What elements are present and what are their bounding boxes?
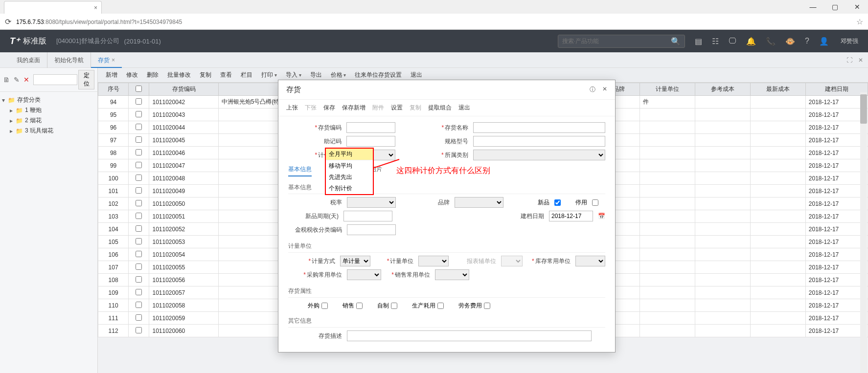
- maximize-button[interactable]: ▢: [824, 0, 846, 14]
- saleunit-select[interactable]: [435, 269, 469, 280]
- dropdown-option[interactable]: 个别计价: [326, 183, 373, 194]
- row-checkbox[interactable]: [136, 136, 142, 143]
- col-checkbox[interactable]: [129, 83, 149, 96]
- help-icon[interactable]: ⓘ: [590, 86, 595, 94]
- browser-tab[interactable]: ×: [4, 1, 102, 14]
- tb-add[interactable]: 新增: [106, 71, 117, 79]
- row-checkbox[interactable]: [136, 225, 142, 232]
- chk-prodcons[interactable]: 生产耗用: [412, 302, 444, 310]
- spec-input[interactable]: [473, 136, 605, 147]
- row-checkbox[interactable]: [136, 175, 142, 181]
- col-unit[interactable]: 计量单位: [640, 83, 695, 96]
- code-input[interactable]: [346, 122, 395, 133]
- monitor-icon[interactable]: 🖵: [729, 37, 736, 45]
- chk-labor[interactable]: 劳务费用: [458, 302, 490, 310]
- tb-copy[interactable]: 复制: [200, 71, 211, 79]
- tree-node[interactable]: ▸📁3 玩具烟花: [2, 126, 95, 136]
- close-icon[interactable]: ×: [112, 57, 115, 64]
- delete-icon[interactable]: ✕: [23, 76, 29, 84]
- tb-view[interactable]: 查看: [220, 71, 232, 79]
- dropdown-option[interactable]: 移动平均: [326, 160, 373, 172]
- row-checkbox[interactable]: [136, 149, 142, 155]
- bookmark-icon[interactable]: ☆: [856, 17, 863, 26]
- row-checkbox[interactable]: [136, 238, 142, 244]
- phone-icon[interactable]: 📞: [766, 37, 776, 46]
- stockunit-select[interactable]: [575, 256, 605, 266]
- row-checkbox[interactable]: [136, 263, 142, 270]
- tb-partner[interactable]: 往来单位存货设置: [355, 71, 402, 79]
- col-newcost[interactable]: 最新成本: [750, 83, 805, 96]
- row-checkbox[interactable]: [136, 162, 142, 168]
- calendar-icon[interactable]: 📅: [598, 213, 605, 219]
- tree-root[interactable]: ▾📁存货分类: [2, 95, 95, 105]
- cycle-input[interactable]: [343, 211, 392, 221]
- name-input[interactable]: [473, 122, 605, 133]
- save-button[interactable]: 保存: [323, 104, 335, 112]
- chk-outsrc[interactable]: 外购: [308, 302, 328, 310]
- close-icon[interactable]: ✕: [602, 86, 607, 94]
- col-idx[interactable]: 序号: [98, 83, 129, 96]
- dropdown-option-selected[interactable]: 全月平均: [326, 149, 373, 160]
- row-checkbox[interactable]: [136, 302, 142, 308]
- row-checkbox[interactable]: [136, 314, 142, 321]
- exit-button[interactable]: 退出: [458, 104, 470, 112]
- search-input[interactable]: [562, 38, 671, 44]
- locate-button[interactable]: 定位: [78, 70, 94, 89]
- user-name[interactable]: 邓赞强: [841, 37, 858, 45]
- row-checkbox[interactable]: [136, 187, 142, 194]
- tb-column[interactable]: 栏目: [241, 71, 252, 79]
- tree-node[interactable]: ▸📁2 烟花: [2, 115, 95, 126]
- monkey-icon[interactable]: 🐵: [785, 37, 795, 46]
- save-icon[interactable]: ▤: [695, 37, 702, 46]
- prev-button[interactable]: 上张: [286, 104, 298, 112]
- purchunit-select[interactable]: [347, 269, 381, 280]
- search-icon[interactable]: 🔍: [671, 37, 681, 46]
- tab-basic[interactable]: 基本信息: [288, 165, 312, 176]
- tb-edit[interactable]: 修改: [126, 71, 138, 79]
- row-checkbox[interactable]: [136, 98, 142, 105]
- row-checkbox[interactable]: [136, 289, 142, 295]
- expand-icon[interactable]: ⛶: [846, 57, 852, 64]
- help-icon[interactable]: ?: [805, 37, 809, 45]
- tree-search-input[interactable]: [33, 74, 77, 85]
- goldentax-input[interactable]: [347, 224, 396, 235]
- close-icon[interactable]: ×: [94, 4, 97, 11]
- close-all-icon[interactable]: ✕: [858, 57, 863, 64]
- col-code[interactable]: 存货编码: [149, 83, 218, 96]
- tab-desktop[interactable]: 我的桌面: [10, 52, 47, 68]
- edit-icon[interactable]: ✎: [14, 76, 20, 84]
- row-checkbox[interactable]: [136, 213, 142, 219]
- reload-icon[interactable]: ⟳: [5, 17, 11, 26]
- row-checkbox[interactable]: [136, 111, 142, 117]
- scrollbar-thumb[interactable]: [860, 94, 867, 124]
- minimize-button[interactable]: —: [802, 0, 824, 14]
- cat-select[interactable]: [473, 150, 605, 160]
- tb-exit[interactable]: 退出: [411, 71, 422, 79]
- setting-button[interactable]: 设置: [391, 104, 403, 112]
- row-checkbox[interactable]: [136, 251, 142, 257]
- row-checkbox[interactable]: [136, 124, 142, 130]
- list-icon[interactable]: ☷: [712, 37, 719, 46]
- select-all-checkbox[interactable]: [136, 86, 142, 92]
- user-icon[interactable]: 👤: [819, 37, 829, 46]
- desc-input[interactable]: [347, 330, 592, 341]
- col-date[interactable]: 建档日期: [805, 83, 868, 96]
- tb-print[interactable]: 打印: [261, 71, 277, 79]
- new-icon[interactable]: 🗎: [3, 76, 10, 84]
- extract-button[interactable]: 提取组合: [428, 104, 452, 112]
- tab-inventory[interactable]: 存货×: [91, 52, 122, 68]
- chk-self[interactable]: 自制: [377, 302, 397, 310]
- mnemonic-input[interactable]: [346, 136, 395, 147]
- row-checkbox[interactable]: [136, 276, 142, 283]
- newflag-checkbox[interactable]: [554, 199, 561, 206]
- close-button[interactable]: ✕: [846, 0, 868, 14]
- tb-batch[interactable]: 批量修改: [167, 71, 191, 79]
- row-checkbox[interactable]: [136, 327, 142, 333]
- savenew-button[interactable]: 保存新增: [342, 104, 365, 112]
- builddate-input[interactable]: [549, 211, 593, 221]
- measunit-select[interactable]: [418, 256, 448, 266]
- bell-icon[interactable]: 🔔: [746, 37, 756, 46]
- chk-sale[interactable]: 销售: [343, 302, 363, 310]
- tb-del[interactable]: 删除: [147, 71, 159, 79]
- brand-select[interactable]: [455, 197, 503, 208]
